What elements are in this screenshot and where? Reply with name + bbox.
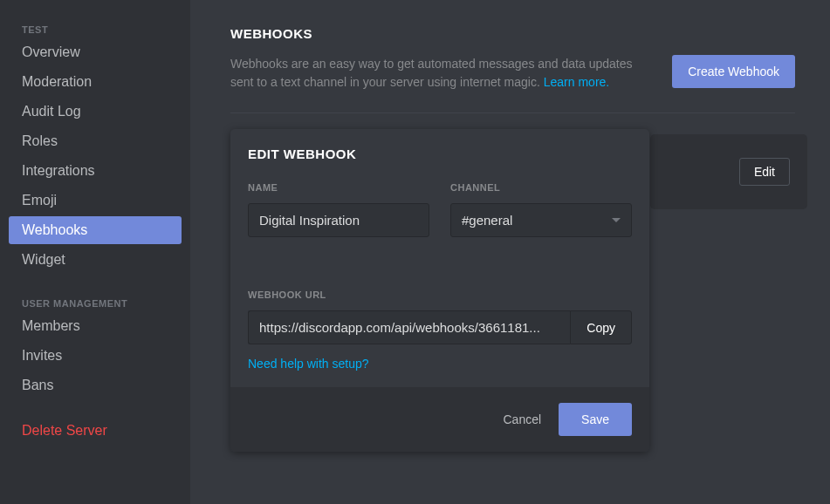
channel-field: CHANNEL #general [450, 182, 632, 237]
url-row: Copy [248, 310, 632, 344]
sidebar-item-invites[interactable]: Invites [9, 342, 182, 370]
sidebar-delete-server[interactable]: Delete Server [9, 417, 182, 445]
main-content: WEBHOOKS Webhooks are an easy way to get… [190, 0, 830, 504]
existing-webhook-row: Edit [650, 134, 807, 209]
description-text: Webhooks are an easy way to get automate… [230, 55, 646, 92]
modal-body: EDIT WEBHOOK NAME CHANNEL #general WEBHO… [230, 129, 649, 387]
sidebar-item-roles[interactable]: Roles [9, 127, 182, 155]
cancel-button[interactable]: Cancel [503, 412, 541, 426]
sidebar-section-user-management: USER MANAGEMENT [9, 291, 182, 312]
sidebar: TEST Overview Moderation Audit Log Roles… [0, 0, 190, 504]
sidebar-item-overview[interactable]: Overview [9, 38, 182, 66]
sidebar-item-bans[interactable]: Bans [9, 371, 182, 399]
modal-title: EDIT WEBHOOK [248, 146, 632, 161]
channel-label: CHANNEL [450, 182, 632, 193]
field-row: NAME CHANNEL #general [248, 182, 632, 237]
edit-webhook-modal: EDIT WEBHOOK NAME CHANNEL #general WEBHO… [230, 129, 649, 452]
sidebar-item-widget[interactable]: Widget [9, 246, 182, 274]
webhook-url-input[interactable] [248, 310, 570, 344]
sidebar-item-emoji[interactable]: Emoji [9, 187, 182, 215]
channel-select-value: #general [462, 213, 512, 228]
sidebar-item-members[interactable]: Members [9, 312, 182, 340]
channel-select[interactable]: #general [450, 203, 632, 237]
create-webhook-button[interactable]: Create Webhook [672, 55, 795, 88]
sidebar-item-audit-log[interactable]: Audit Log [9, 98, 182, 126]
modal-footer: Cancel Save [230, 387, 649, 452]
page-title: WEBHOOKS [230, 26, 795, 41]
webhook-url-label: WEBHOOK URL [248, 289, 632, 300]
save-button[interactable]: Save [559, 403, 632, 436]
description-row: Webhooks are an easy way to get automate… [230, 55, 795, 113]
learn-more-link[interactable]: Learn more. [544, 75, 609, 89]
name-field: NAME [248, 182, 429, 237]
name-input[interactable] [248, 203, 429, 237]
sidebar-item-integrations[interactable]: Integrations [9, 157, 182, 185]
sidebar-section-test: TEST [9, 17, 182, 38]
copy-button[interactable]: Copy [570, 310, 632, 344]
edit-button[interactable]: Edit [739, 158, 790, 186]
sidebar-item-webhooks[interactable]: Webhooks [9, 216, 182, 244]
chevron-down-icon [612, 218, 621, 222]
sidebar-item-moderation[interactable]: Moderation [9, 68, 182, 96]
name-label: NAME [248, 182, 429, 193]
help-link[interactable]: Need help with setup? [248, 357, 369, 371]
